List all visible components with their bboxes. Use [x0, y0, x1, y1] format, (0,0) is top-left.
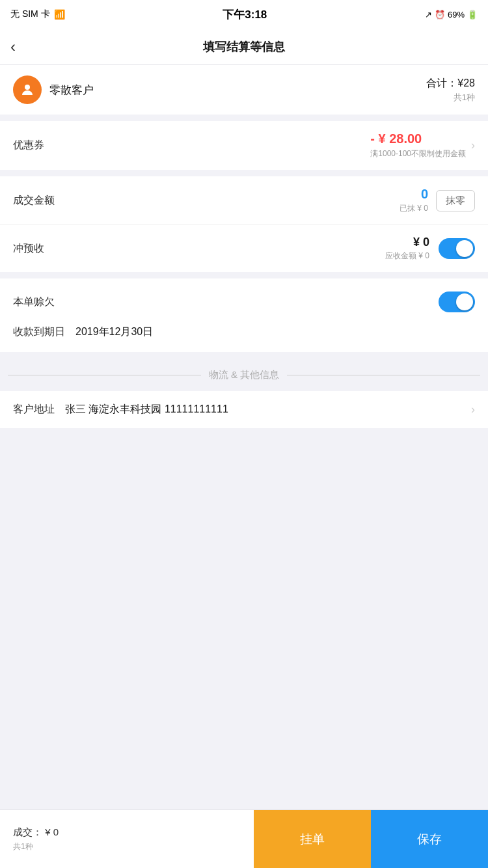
customer-count: 共1种 [426, 92, 475, 103]
debt-date-value: 2019年12月30日 [75, 325, 153, 339]
prepay-amount: ¥ 0 [385, 236, 429, 249]
customer-row: 零散客户 合计：¥28 共1种 [0, 65, 488, 115]
prepay-sub: 应收金额 ¥ 0 [385, 251, 429, 262]
address-chevron-icon: › [471, 403, 475, 416]
prepay-label: 冲预收 [13, 242, 44, 256]
page-title: 填写结算等信息 [203, 39, 285, 55]
debt-label: 本单赊欠 [13, 295, 55, 309]
amount-label: 成交金额 [13, 194, 55, 208]
debt-toggle-knob [456, 293, 473, 310]
amount-row: 成交金额 0 已抹 ¥ 0 抹零 [0, 176, 488, 224]
address-label: 客户地址 [13, 403, 55, 416]
bottom-bar: 成交： ¥ 0 共1种 挂单 保存 [0, 809, 488, 868]
amount-value-wrap: 0 已抹 ¥ 0 [400, 187, 428, 214]
coupon-row[interactable]: 优惠券 - ¥ 28.00 满1000-100不限制使用金额 › [0, 121, 488, 170]
status-time: 下午3:18 [223, 7, 267, 22]
status-bar: 无 SIM 卡 📶 下午3:18 ↗ ⏰ 69% 🔋 [0, 0, 488, 29]
bottom-summary-top: 成交： ¥ 0 [13, 826, 241, 839]
nav-bar: ‹ 填写结算等信息 [0, 29, 488, 65]
address-row: 客户地址 张三 海淀永丰科技园 11111111111 › [0, 391, 488, 428]
avatar-icon [20, 82, 35, 98]
address-value: 张三 海淀永丰科技园 11111111111 [65, 403, 471, 416]
debt-section: 本单赊欠 收款到期日 2019年12月30日 [0, 278, 488, 352]
hang-single-button[interactable]: 挂单 [254, 810, 371, 868]
summary-amount: ¥ 0 [45, 826, 59, 837]
coupon-info: - ¥ 28.00 满1000-100不限制使用金额 [370, 131, 466, 159]
amount-right: 0 已抹 ¥ 0 抹零 [400, 187, 475, 214]
prepay-val-wrap: ¥ 0 应收金额 ¥ 0 [385, 236, 429, 262]
amount-section: 成交金额 0 已抹 ¥ 0 抹零 冲预收 ¥ 0 应收金额 ¥ 0 [0, 176, 488, 272]
coupon-label: 优惠券 [13, 139, 44, 152]
debt-toggle[interactable] [439, 292, 475, 312]
battery-icon: 🔋 [467, 10, 478, 20]
customer-total: 合计：¥28 [426, 77, 475, 90]
amount-value: 0 [400, 187, 428, 202]
toggle-knob [456, 240, 473, 257]
debt-date-label: 收款到期日 [13, 325, 65, 339]
prepay-row: 冲预收 ¥ 0 应收金额 ¥ 0 [0, 224, 488, 272]
battery-level: 69% [448, 10, 465, 20]
debt-date-row: 收款到期日 2019年12月30日 [0, 325, 488, 352]
content: 零散客户 合计：¥28 共1种 优惠券 - ¥ 28.00 满1000-100不… [0, 65, 488, 500]
bottom-summary-count: 共1种 [13, 841, 241, 852]
debt-toggle-row: 本单赊欠 [0, 278, 488, 325]
coupon-right: - ¥ 28.00 满1000-100不限制使用金额 › [370, 131, 475, 159]
svg-point-0 [25, 85, 30, 90]
back-button[interactable]: ‹ [10, 38, 16, 56]
customer-name: 零散客户 [49, 83, 94, 98]
save-button[interactable]: 保存 [371, 810, 488, 868]
location-icon: ↗ [425, 10, 432, 20]
coupon-desc: 满1000-100不限制使用金额 [370, 148, 466, 159]
coupon-amount: - ¥ 28.00 [370, 131, 466, 146]
logistics-header: 物流 & 其他信息 [0, 359, 488, 391]
prepay-toggle[interactable] [439, 238, 475, 259]
customer-right: 合计：¥28 共1种 [426, 77, 475, 103]
wifi-icon: 📶 [54, 9, 65, 20]
sim-status: 无 SIM 卡 [10, 8, 50, 20]
customer-avatar [13, 75, 42, 104]
status-right: ↗ ⏰ 69% 🔋 [425, 10, 478, 20]
coupon-chevron-icon: › [471, 139, 475, 152]
bottom-summary: 成交： ¥ 0 共1种 [0, 826, 254, 852]
customer-left: 零散客户 [13, 75, 94, 104]
address-section[interactable]: 客户地址 张三 海淀永丰科技园 11111111111 › [0, 391, 488, 428]
summary-label: 成交： [13, 826, 42, 837]
amount-sub: 已抹 ¥ 0 [400, 203, 428, 214]
logistics-title: 物流 & 其他信息 [209, 369, 279, 381]
prepay-right: ¥ 0 应收金额 ¥ 0 [385, 236, 475, 262]
alarm-icon: ⏰ [435, 10, 445, 20]
status-left: 无 SIM 卡 📶 [10, 8, 65, 20]
round-button[interactable]: 抹零 [436, 190, 475, 211]
